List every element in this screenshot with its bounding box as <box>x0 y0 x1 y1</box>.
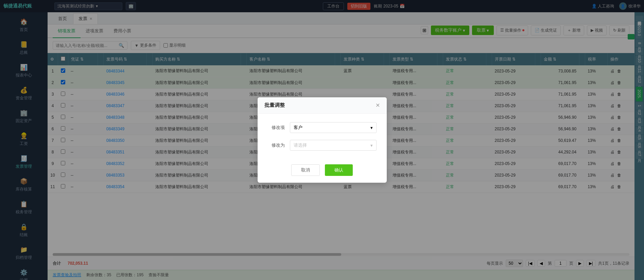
modal-header: 批量调整 ✕ <box>258 97 387 114</box>
modal-body: 修改项 客户 ▾ 修改为 请选择 ▾ <box>258 114 387 159</box>
modify-field-label: 修改项 <box>268 125 285 131</box>
modify-to-chevron: ▾ <box>370 143 373 148</box>
modify-to-select[interactable]: 请选择 ▾ <box>290 140 377 151</box>
modify-to-placeholder: 请选择 <box>294 142 307 148</box>
modify-field-value: 客户 <box>294 125 302 131</box>
batch-adjust-modal: 批量调整 ✕ 修改项 客户 ▾ 修改为 请选择 ▾ 取消 确认 <box>258 97 387 183</box>
modal-close-button[interactable]: ✕ <box>376 103 380 108</box>
modify-field-select[interactable]: 客户 ▾ <box>290 122 377 133</box>
cancel-button[interactable]: 取消 <box>291 164 320 176</box>
modal-overlay: 批量调整 ✕ 修改项 客户 ▾ 修改为 请选择 ▾ 取消 确认 <box>0 0 644 280</box>
modify-field-chevron: ▾ <box>370 125 373 130</box>
modify-to-row: 修改为 请选择 ▾ <box>268 140 377 151</box>
modify-to-label: 修改为 <box>268 142 285 148</box>
confirm-button[interactable]: 确认 <box>325 164 353 176</box>
modal-title: 批量调整 <box>264 102 285 109</box>
modify-field-row: 修改项 客户 ▾ <box>268 122 377 133</box>
modal-footer: 取消 确认 <box>258 159 387 183</box>
